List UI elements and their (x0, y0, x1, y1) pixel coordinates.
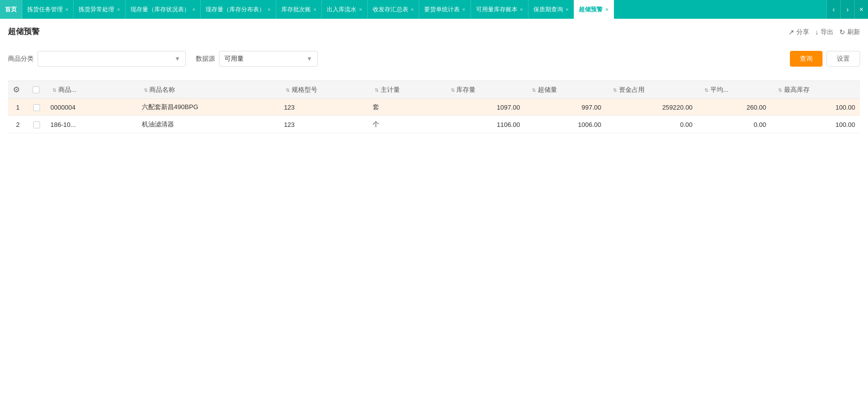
close-icon-task[interactable]: × (65, 6, 68, 12)
filter-category: 商品分类 ▼ (8, 51, 186, 67)
sort-icon-over[interactable]: ⇅ (532, 87, 536, 93)
refresh-button[interactable]: ↻ 刷新 (839, 28, 860, 37)
settings-button[interactable]: 设置 (826, 51, 860, 67)
sort-icon-capital[interactable]: ⇅ (613, 87, 617, 93)
page-title: 超储预警 (8, 27, 40, 37)
nav-label-flow: 出入库流水 (327, 5, 356, 14)
sort-icon-unit[interactable]: ⇅ (375, 87, 379, 93)
th-capital: ⇅ 资金占用 (606, 81, 697, 99)
gear-icon[interactable]: ⚙ (13, 85, 20, 94)
header-actions: ↗ 分享 ↓ 导出 ↻ 刷新 (788, 28, 860, 37)
cell-seq-1: 2 (8, 116, 28, 133)
nav-item-overstock[interactable]: 超储预警 × (574, 0, 613, 19)
th-check[interactable] (28, 81, 45, 99)
nav-label-available: 可用量库存账本 (476, 5, 518, 14)
cell-maxstock-0: 100.00 (771, 99, 860, 116)
cell-check-1[interactable] (28, 116, 45, 133)
cell-name-1: 机油滤清器 (137, 116, 279, 133)
close-icon-order-stat[interactable]: × (462, 6, 465, 12)
close-icon-overstock[interactable]: × (605, 6, 608, 12)
nav-item-exception[interactable]: 拣货异常处理 × (74, 0, 125, 19)
nav-item-batch[interactable]: 库存批次账 × (276, 0, 322, 19)
datasource-select[interactable]: 可用量 ▼ (219, 51, 318, 67)
cell-code-1: 186-10... (45, 116, 137, 133)
th-code: ⇅ 商品... (45, 81, 137, 99)
nav-item-flow[interactable]: 出入库流水 × (322, 0, 367, 19)
nav-item-current2[interactable]: 现存量（库存分布表） × (201, 0, 276, 19)
sort-icon-spec[interactable]: ⇅ (286, 87, 290, 93)
cell-spec-1: 123 (279, 116, 368, 133)
nav-close-all-button[interactable]: × (854, 0, 868, 19)
cell-code-0: 0000004 (45, 99, 137, 116)
sort-icon-code[interactable]: ⇅ (52, 87, 56, 93)
filter-buttons: 查询 设置 (790, 51, 860, 67)
nav-label-batch: 库存批次账 (281, 5, 311, 14)
cell-stock-1: 1106.00 (444, 116, 525, 133)
cell-over-0: 997.00 (525, 99, 606, 116)
th-spec: ⇅ 规格型号 (279, 81, 368, 99)
cell-check-0[interactable] (28, 99, 45, 116)
nav-item-summary[interactable]: 收发存汇总表 × (368, 0, 419, 19)
cell-unit-0: 套 (368, 99, 443, 116)
close-icon-expiry[interactable]: × (565, 6, 568, 12)
category-label: 商品分类 (8, 54, 34, 63)
export-label: 导出 (821, 28, 833, 37)
cell-avg-1: 0.00 (697, 116, 771, 133)
nav-item-order-stat[interactable]: 要货单统计表 × (419, 0, 471, 19)
category-select[interactable]: ▼ (38, 51, 186, 67)
nav-label-task: 拣货任务管理 (27, 5, 63, 14)
nav-label-exception: 拣货异常处理 (79, 5, 114, 14)
th-unit: ⇅ 主计量 (368, 81, 443, 99)
row-checkbox-0[interactable] (33, 104, 40, 111)
th-over: ⇅ 超储量 (525, 81, 606, 99)
close-icon-current2[interactable]: × (267, 6, 270, 12)
nav-label-summary: 收发存汇总表 (373, 5, 408, 14)
close-icon-batch[interactable]: × (313, 6, 316, 12)
share-button[interactable]: ↗ 分享 (788, 28, 809, 37)
table-header: ⚙ ⇅ 商品... ⇅ 商品名称 ⇅ 规格型号 ⇅ (8, 81, 860, 99)
close-icon-flow[interactable]: × (359, 6, 362, 12)
sort-icon-stock[interactable]: ⇅ (451, 87, 455, 93)
datasource-value: 可用量 (224, 54, 244, 63)
chevron-down-icon-2: ▼ (306, 55, 312, 62)
close-icon-exception[interactable]: × (117, 6, 120, 12)
nav-prev-button[interactable]: ‹ (826, 0, 840, 19)
sort-icon-avg[interactable]: ⇅ (704, 87, 708, 93)
nav-label-overstock: 超储预警 (579, 5, 603, 14)
row-checkbox-1[interactable] (33, 121, 40, 128)
nav-item-task[interactable]: 拣货任务管理 × (22, 0, 74, 19)
nav-next-button[interactable]: › (840, 0, 854, 19)
nav-item-expiry[interactable]: 保质期查询 × (528, 0, 574, 19)
filter-area: 商品分类 ▼ 数据源 可用量 ▼ 查询 设置 (8, 45, 860, 73)
nav-item-home[interactable]: 首页 (0, 0, 22, 19)
nav-label-current2: 现存量（库存分布表） (206, 5, 265, 14)
th-name: ⇅ 商品名称 (137, 81, 279, 99)
page-header: 超储预警 ↗ 分享 ↓ 导出 ↻ 刷新 (8, 27, 860, 37)
refresh-label: 刷新 (847, 28, 860, 37)
th-avg: ⇅ 平均... (697, 81, 771, 99)
nav-arrows: ‹ › × (826, 0, 868, 19)
datasource-label: 数据源 (196, 54, 215, 63)
nav-label-order-stat: 要货单统计表 (424, 5, 460, 14)
query-button[interactable]: 查询 (790, 51, 823, 67)
filter-datasource: 数据源 可用量 ▼ (196, 51, 318, 67)
sort-icon-name[interactable]: ⇅ (144, 87, 148, 93)
cell-unit-1: 个 (368, 116, 443, 133)
select-all-checkbox[interactable] (33, 86, 40, 93)
close-icon-summary[interactable]: × (411, 6, 414, 12)
cell-capital-0: 259220.00 (606, 99, 697, 116)
nav-item-current1[interactable]: 现存量（库存状况表） × (126, 0, 201, 19)
refresh-icon: ↻ (839, 28, 845, 36)
th-stock: ⇅ 库存量 (444, 81, 525, 99)
close-icon-current1[interactable]: × (192, 6, 195, 12)
th-gear[interactable]: ⚙ (8, 81, 28, 99)
cell-maxstock-1: 100.00 (771, 116, 860, 133)
sort-icon-maxstock[interactable]: ⇅ (778, 87, 782, 93)
share-label: 分享 (796, 28, 809, 37)
close-icon-available[interactable]: × (520, 6, 523, 12)
table-body: 1 0000004 六配套新昌490BPG 123 套 1097.00 997.… (8, 99, 860, 133)
cell-capital-1: 0.00 (606, 116, 697, 133)
data-table: ⚙ ⇅ 商品... ⇅ 商品名称 ⇅ 规格型号 ⇅ (8, 80, 860, 133)
nav-item-available[interactable]: 可用量库存账本 × (471, 0, 528, 19)
export-button[interactable]: ↓ 导出 (815, 28, 833, 37)
